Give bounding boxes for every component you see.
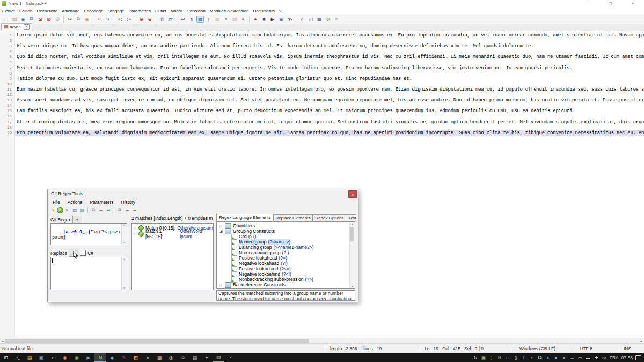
undo-icon[interactable]: ↶	[96, 16, 103, 23]
tree-item-quantifiers[interactable]: ▷ Quantifiers	[217, 223, 349, 228]
function-list-icon[interactable]: ƒ	[205, 16, 213, 23]
regex-dropdown-button[interactable]: ▼	[72, 216, 82, 224]
search-tool-icon[interactable]: ◎	[165, 353, 177, 362]
health-monitor-icon[interactable]: H	[497, 354, 502, 361]
language-indicator[interactable]: FRA	[610, 354, 619, 361]
scroll-right-arrow-icon[interactable]: ▸	[639, 338, 644, 343]
regex-elements-tree[interactable]: ▷ Quantifiers ◢ Grouping Constructs Grou…	[216, 221, 355, 289]
report-icon[interactable]: ▤	[71, 206, 78, 213]
blue-app-icon[interactable]: ●	[553, 354, 559, 361]
folder-workspace-icon[interactable]: ▤	[231, 16, 238, 23]
menu-edition[interactable]: Édition	[17, 9, 34, 13]
customize-toolbar-icon[interactable]: ≡	[333, 16, 340, 23]
tab-new-1[interactable]: new 1 ✕	[1, 23, 32, 31]
onedrive-icon[interactable]: ☁	[569, 354, 575, 361]
terminal-icon[interactable]: >_	[12, 353, 24, 362]
tab-text-source[interactable]: Text Source	[346, 214, 356, 221]
clock[interactable]: 07:58	[621, 354, 633, 361]
new-file-icon[interactable]: ▢	[2, 16, 10, 23]
editor-line[interactable]: 15Eam facilis suscipit ea, his ex falli …	[0, 108, 644, 114]
menu-macro[interactable]: Macro	[168, 9, 184, 13]
tree-item-named-group[interactable]: Named group (?<name>)	[217, 239, 349, 245]
volume-muted-icon[interactable]: ♪×	[602, 354, 607, 361]
dialog-close-button[interactable]: x	[348, 190, 357, 198]
sync-scroll-h-icon[interactable]: ⇄	[167, 16, 174, 23]
plugin-update-icon[interactable]: ↻	[324, 16, 332, 23]
menu-langage[interactable]: Langage	[105, 9, 126, 13]
save-all-icon[interactable]: ⧉	[28, 16, 35, 23]
close-icon[interactable]: ⊠	[36, 16, 44, 23]
text-editor-icon[interactable]: ▤	[213, 353, 224, 362]
editor-line[interactable]: 14	[0, 103, 644, 108]
copy-doc-icon[interactable]: ⧉	[90, 206, 97, 213]
tree-item-positive-lookahead[interactable]: Positive lookahead (?=)	[217, 255, 349, 261]
action-center-icon[interactable]	[635, 355, 641, 360]
expander-icon[interactable]: ▷	[134, 226, 137, 230]
image-tool-icon[interactable]: ◩	[130, 353, 142, 362]
tree-item-positive-lookbehind[interactable]: Positive lookbehind (?<=)	[217, 266, 349, 271]
dialog-title-bar[interactable]: C# Regex Tools	[48, 189, 358, 198]
expander-icon[interactable]: ▷	[219, 224, 223, 228]
cut-icon[interactable]: ✂	[66, 16, 74, 23]
csharp-checkbox[interactable]	[80, 250, 86, 256]
redo-icon[interactable]: ↷	[104, 16, 112, 23]
menu-recherche[interactable]: Recherche	[34, 9, 60, 13]
insert-arrow-icon[interactable]: ↩	[131, 206, 138, 213]
tree-item-negative-lookbehind[interactable]: Negative lookbehind (?<!)	[217, 271, 349, 277]
tree-item-nonbacktracking-subexpression[interactable]: Nonbacktracking subexpression (?>)	[217, 277, 349, 282]
menu-documents[interactable]: Documents	[251, 9, 276, 13]
messenger-icon[interactable]: ƒ	[521, 354, 526, 361]
editor-line[interactable]: 7Mea et tacimates maiestatis, ex usu unu…	[0, 65, 644, 71]
match-item[interactable]: ▷ Match 1 [661,15]: OtherWord ipsum	[132, 231, 213, 237]
show-all-characters-icon[interactable]: ¶	[188, 16, 195, 23]
scroll-left-arrow-icon[interactable]: ◂	[0, 338, 5, 343]
blue-app-icon[interactable]: ●	[561, 354, 567, 361]
macro-play-icon[interactable]: ▶	[269, 16, 276, 23]
maximize-button[interactable]: ▢	[599, 0, 621, 7]
indent-guide-icon[interactable]: ▦	[196, 16, 204, 23]
replace-dropdown-button[interactable]: ▼	[69, 249, 78, 257]
paste-icon[interactable]: ▣	[83, 16, 91, 23]
dash-icon[interactable]: –	[123, 206, 131, 213]
menu-execution[interactable]: Exécution	[185, 9, 208, 13]
regex-input[interactable]: [a-z0-9_-]*\s(?<ips>ipsum) ▲▼	[50, 223, 127, 245]
plugin-icon-1[interactable]: ◫	[307, 16, 314, 23]
start-icon[interactable]: ⊞	[0, 353, 12, 362]
clipboard-icon[interactable]: ▣	[481, 354, 486, 361]
open-file-icon[interactable]: ▤	[11, 16, 18, 23]
tree-item-backreference-constructs[interactable]: ▷ Backreference Constructs	[217, 282, 349, 287]
menu-parametres[interactable]: Paramètres	[127, 9, 153, 13]
spell-check-icon[interactable]: ✓	[298, 16, 306, 23]
replace-scrollbar[interactable]: ▲▼	[121, 257, 127, 290]
dialog-menu-file[interactable]: File	[49, 200, 64, 205]
copy-doc-icon[interactable]: ⧉	[116, 206, 123, 213]
help-icon[interactable]: ?	[49, 206, 57, 213]
chrome-browser-icon[interactable]: ◉	[71, 353, 83, 362]
display-icon[interactable]: ▭	[577, 354, 583, 361]
editor-line[interactable]: 3His vero ubique no. Id has quas magna d…	[0, 43, 644, 49]
document-map-icon[interactable]: ▥	[214, 16, 221, 23]
tab-regex-options[interactable]: Regex Options	[312, 214, 346, 221]
document-list-icon[interactable]: ≡	[222, 16, 230, 23]
file-explorer-icon[interactable]: ▤	[24, 353, 35, 362]
tree-item-negative-lookahead[interactable]: Negative lookahead (?!)	[217, 261, 349, 266]
usb-device-icon[interactable]: ▯	[513, 354, 518, 361]
dash-icon[interactable]: –	[97, 206, 105, 213]
editor-line[interactable]: 16	[0, 114, 644, 119]
signal-levels-icon[interactable]: ⋮	[489, 354, 494, 361]
picture-icon[interactable]: ▦	[78, 206, 86, 213]
regex-scrollbar[interactable]: ▲▼	[121, 224, 127, 245]
editor-line[interactable]: 4	[0, 49, 644, 54]
dev-tool-icon[interactable]: ✎	[118, 353, 130, 362]
insert-arrow-icon[interactable]: ↩	[105, 206, 112, 213]
print-icon[interactable]: ⎙	[54, 16, 61, 23]
vscode-icon[interactable]: ◆	[106, 353, 118, 362]
editor-line-selected[interactable]: 19Pro petentium vulputate ea, salutandi …	[0, 130, 644, 136]
dialog-menu-actions[interactable]: Actions	[64, 200, 86, 205]
menu-help[interactable]: ?	[277, 9, 283, 13]
menu-fichier[interactable]: Fichier	[0, 9, 17, 13]
editor-line[interactable]: 8	[0, 71, 644, 76]
dialog-menu-history[interactable]: History	[118, 200, 139, 205]
editor-line[interactable]: 1Lorem ipsum dolor sit amet, eos habemus…	[0, 33, 644, 38]
dialog-menu-parameters[interactable]: Parameters	[86, 200, 118, 205]
